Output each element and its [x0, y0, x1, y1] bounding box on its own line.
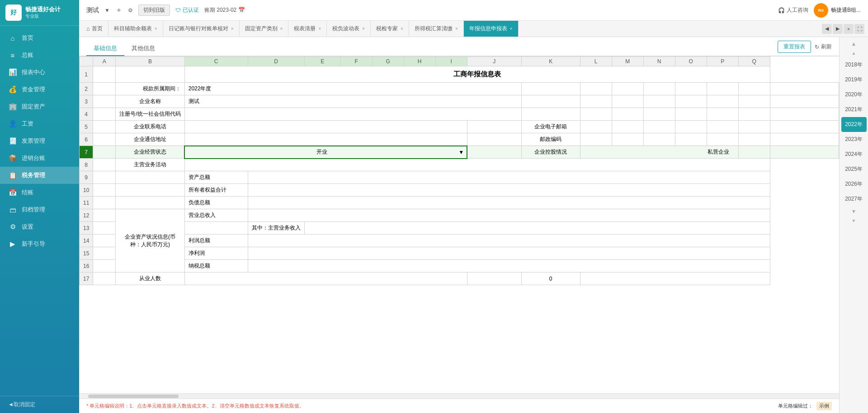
sidebar-item-report[interactable]: 📊 报表中心 [0, 64, 79, 81]
cell-1-title[interactable]: 工商年报信息表 [184, 66, 770, 83]
cell-6-A[interactable] [93, 133, 116, 146]
col-header-E[interactable]: E [304, 57, 340, 66]
cell-10-C[interactable]: 所有者权益合计 [184, 184, 248, 197]
col-header-I[interactable]: I [435, 57, 467, 66]
cell-2-O[interactable] [707, 83, 738, 95]
cell-6-L[interactable] [612, 133, 643, 146]
row-num[interactable]: 10 [80, 184, 93, 197]
cell-11-C[interactable]: 负债总额 [184, 197, 248, 209]
row-num[interactable]: 3 [80, 95, 93, 108]
cell-2-K[interactable] [580, 83, 612, 95]
cell-6-B[interactable]: 企业通信地址 [116, 133, 184, 146]
year-scroll-up2-button[interactable]: ▲ [850, 49, 858, 57]
cell-16-A[interactable] [93, 260, 116, 272]
cell-6-Q[interactable] [770, 133, 839, 146]
cell-11-D[interactable] [248, 197, 770, 209]
year-item-2019[interactable]: 2019年 [841, 72, 867, 87]
tab-journal-close[interactable]: × [231, 26, 234, 31]
cell-2-Q[interactable] [770, 83, 839, 95]
cell-7-C-selected[interactable]: 开业 ▼ [184, 146, 467, 159]
cell-10-D[interactable] [248, 184, 770, 197]
row-num[interactable]: 13 [80, 222, 93, 235]
tab-taxwave-close[interactable]: × [362, 26, 365, 31]
sub-tab-basic[interactable]: 基础信息 [86, 42, 124, 56]
cell-4-K[interactable] [580, 108, 612, 121]
tab-fixed[interactable]: 固定资产类别 × [240, 21, 289, 37]
cell-3-K[interactable] [580, 95, 612, 108]
cell-17-J[interactable]: 0 [521, 272, 580, 285]
cell-6-K[interactable] [580, 133, 612, 146]
cell-4-B[interactable]: 注册号/统一社会信用代码 [116, 108, 184, 121]
company-dropdown-icon[interactable]: ▼ [104, 7, 110, 14]
cell-17-I[interactable] [467, 272, 521, 285]
cell-6-M[interactable] [643, 133, 675, 146]
sidebar-item-guide[interactable]: ▶ 新手引导 [0, 235, 79, 253]
sidebar-item-tax[interactable]: 📋 税务管理 [0, 167, 79, 184]
cell-4-O[interactable] [707, 108, 738, 121]
tab-taxcheck-close[interactable]: × [401, 26, 403, 31]
cell-14-C[interactable]: 利润总额 [184, 235, 248, 247]
cell-3-C[interactable]: 测试 [184, 95, 521, 108]
year-item-2018[interactable]: 2018年 [841, 57, 867, 72]
cell-8-B[interactable]: 主营业务活动 [116, 159, 184, 171]
add-company-icon[interactable]: ＋ [115, 5, 123, 15]
cell-3-B[interactable]: 企业名称 [116, 95, 184, 108]
col-header-N[interactable]: N [643, 57, 675, 66]
cell-12-C[interactable]: 营业总收入 [184, 209, 248, 222]
sidebar-item-stock[interactable]: 📦 进销台账 [0, 150, 79, 167]
cell-3-A[interactable] [93, 95, 116, 108]
row-num[interactable]: 11 [80, 197, 93, 209]
tab-income-close[interactable]: × [455, 26, 458, 31]
year-item-2024[interactable]: 2024年 [841, 147, 867, 162]
cell-4-J[interactable] [521, 108, 580, 121]
cell-15-C[interactable]: 净利润 [184, 247, 248, 260]
cell-5-B[interactable]: 企业联系电话 [116, 121, 184, 133]
tab-aux-close[interactable]: × [155, 26, 157, 31]
row-num[interactable]: 1 [80, 66, 93, 83]
horizontal-scrollbar[interactable] [79, 393, 839, 399]
col-header-L[interactable]: L [580, 57, 612, 66]
sidebar-item-ledger[interactable]: ≡ 总账 [0, 47, 79, 64]
cell-10-A[interactable] [93, 184, 116, 197]
cell-4-N[interactable] [675, 108, 707, 121]
cell-5-M[interactable] [643, 121, 675, 133]
row-num[interactable]: 14 [80, 235, 93, 247]
cell-5-K[interactable] [580, 121, 612, 133]
cell-2-C[interactable]: 2022年度 [184, 83, 521, 95]
sidebar-pin-toggle[interactable]: ◄取消固定 [0, 396, 79, 413]
cell-2-M[interactable] [643, 83, 675, 95]
col-header-D[interactable]: D [248, 57, 304, 66]
cell-3-Q[interactable] [770, 95, 839, 108]
cell-11-B[interactable] [116, 197, 184, 209]
sub-tab-other[interactable]: 其他信息 [124, 42, 162, 56]
cell-7-I[interactable] [467, 146, 521, 159]
cell-6-J[interactable]: 邮政编码 [521, 133, 580, 146]
spreadsheet-wrapper[interactable]: A B C D E F G H I J K L M [79, 56, 839, 393]
sidebar-item-asset[interactable]: 🏢 固定资产 [0, 98, 79, 115]
reset-button[interactable]: 重置报表 [778, 41, 811, 53]
year-scroll-up-button[interactable]: ▲ [849, 39, 859, 49]
year-item-2022[interactable]: 2022年 [841, 117, 867, 132]
cell-13-E[interactable] [304, 222, 770, 235]
cell-4-Q[interactable] [770, 108, 839, 121]
tab-fixed-close[interactable]: × [280, 26, 283, 31]
tab-taxwave[interactable]: 税负波动表 × [327, 21, 371, 37]
tab-taxsheet-close[interactable]: × [318, 26, 321, 31]
cell-12-A[interactable] [93, 209, 116, 222]
cell-7-P[interactable] [738, 146, 770, 159]
cell-7-J[interactable]: 企业控股情况 [521, 146, 580, 159]
cell-17-B[interactable]: 从业人数 [116, 272, 184, 285]
year-item-2027[interactable]: 2027年 [841, 192, 867, 206]
cell-16-D[interactable] [248, 260, 770, 272]
year-scroll-down-button[interactable]: ▼ [849, 206, 859, 216]
year-item-2020[interactable]: 2020年 [841, 87, 867, 102]
tab-annual-close[interactable]: × [510, 26, 513, 31]
cell-13-D[interactable]: 其中：主营业务收入 [248, 222, 304, 235]
cell-2-P[interactable] [738, 83, 770, 95]
cell-10-B[interactable] [116, 184, 184, 197]
cell-9-B[interactable] [116, 171, 184, 184]
col-header-Q[interactable]: Q [738, 57, 770, 66]
col-header-K[interactable]: K [521, 57, 580, 66]
cell-2-J[interactable] [521, 83, 580, 95]
row-num[interactable]: 2 [80, 83, 93, 95]
